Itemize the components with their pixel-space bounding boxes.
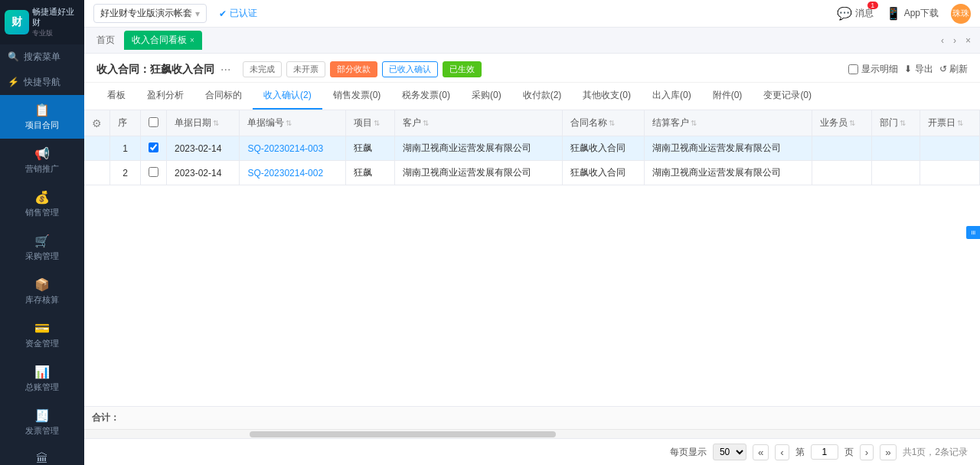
sort-settle-icon[interactable]: ⇅ <box>691 119 697 127</box>
th-salesperson[interactable]: 业务员 ⇅ <box>812 110 872 136</box>
contract-name: 狂飙收入合同 <box>150 63 214 75</box>
tab-next-icon[interactable]: › <box>950 34 959 47</box>
tab-attachments[interactable]: 附件(0) <box>702 83 753 110</box>
sidebar-item-capital[interactable]: 💳 资金管理 <box>0 313 84 357</box>
export-button[interactable]: ⬇ 导出 <box>904 63 933 76</box>
sidebar-item-purchase[interactable]: 🛒 采购管理 <box>0 226 84 270</box>
tab-kanban[interactable]: 看板 <box>96 83 136 110</box>
cell-check[interactable] <box>141 136 167 161</box>
cell-code[interactable]: SQ-20230214-002 <box>240 161 346 185</box>
sidebar-item-search[interactable]: 🔍 搜索菜单 <box>0 44 84 70</box>
tab-close-icon[interactable]: × <box>190 36 194 44</box>
show-detail-checkbox[interactable]: 显示明细 <box>848 63 898 76</box>
sidebar-item-purchase-label: 采购管理 <box>25 251 59 262</box>
settings-icon[interactable]: ⚙ <box>92 117 102 129</box>
scrollbar-thumb[interactable] <box>250 431 556 437</box>
sort-date-icon[interactable]: ⇅ <box>213 119 219 127</box>
horizontal-scrollbar[interactable] <box>84 429 980 438</box>
sort-customer-icon[interactable]: ⇅ <box>423 119 429 127</box>
tab-revenue-confirm[interactable]: 收入确认(2) <box>253 83 322 110</box>
sidebar-item-inventory[interactable]: 📦 库存核算 <box>0 270 84 313</box>
nav-tabs: 看板 盈利分析 合同标的 收入确认(2) 销售发票(0) 税务发票(0) 采购(… <box>84 83 980 110</box>
cell-project: 狂飙 <box>346 161 395 185</box>
status-effective[interactable]: 已生效 <box>443 61 482 77</box>
app-download-button[interactable]: 📱 App下载 <box>886 6 939 21</box>
tab-close-all-icon[interactable]: × <box>962 34 974 47</box>
right-panel-icon[interactable]: ≡ <box>966 226 980 240</box>
sort-salesperson-icon[interactable]: ⇅ <box>849 119 855 127</box>
sidebar-item-general[interactable]: 📊 总账管理 <box>0 357 84 401</box>
tab-purchase[interactable]: 采购(0) <box>461 83 512 110</box>
tab-change-log[interactable]: 变更记录(0) <box>753 83 822 110</box>
tab-warehouse[interactable]: 出入库(0) <box>642 83 702 110</box>
row-checkbox[interactable] <box>149 167 158 177</box>
sidebar-item-marketing[interactable]: 📢 营销推广 <box>0 139 84 182</box>
table-row[interactable]: 2 2023-02-14 SQ-20230214-002 狂飙 湖南卫视商业运营… <box>84 161 980 185</box>
th-contract[interactable]: 合同名称 ⇅ <box>562 110 645 136</box>
th-open-date[interactable]: 开票日 ⇅ <box>920 110 980 136</box>
th-settle-customer[interactable]: 结算客户 ⇅ <box>645 110 812 136</box>
user-menu[interactable]: 珠珠 <box>951 4 971 24</box>
code-link[interactable]: SQ-20230214-003 <box>247 143 323 154</box>
row-checkbox[interactable] <box>149 142 158 152</box>
per-page-select[interactable]: 50 <box>713 444 746 460</box>
tab-other-income[interactable]: 其他收支(0) <box>572 83 642 110</box>
show-detail-input[interactable] <box>848 64 858 74</box>
th-check[interactable] <box>141 110 167 136</box>
cell-code[interactable]: SQ-20230214-003 <box>240 136 346 161</box>
search-label: 搜索菜单 <box>24 51 60 64</box>
status-partial-payment[interactable]: 部分收款 <box>330 61 377 77</box>
refresh-button[interactable]: ↺ 刷新 <box>939 63 968 76</box>
th-department[interactable]: 部门 ⇅ <box>871 110 920 136</box>
sidebar-item-invoice[interactable]: 🧾 发票管理 <box>0 401 84 444</box>
status-not-invoiced[interactable]: 未开票 <box>286 61 325 77</box>
sidebar-item-project[interactable]: 📋 项目合同 <box>0 95 84 139</box>
page-input[interactable] <box>811 444 838 460</box>
th-date[interactable]: 单据日期 ⇅ <box>167 110 240 136</box>
prev-page-button[interactable]: ‹ <box>775 444 789 460</box>
sidebar-item-invoice-label: 发票管理 <box>25 425 59 437</box>
page-title: 收入合同：狂飙收入合同 <box>96 63 214 77</box>
sort-contract-icon[interactable]: ⇅ <box>609 119 615 127</box>
company-selector[interactable]: 好业财专业版演示帐套 ▾ <box>93 4 207 23</box>
th-setting[interactable]: ⚙ <box>84 110 110 136</box>
quick-nav-label: 快捷导航 <box>24 76 60 89</box>
message-button[interactable]: 💬 消息 1 <box>837 6 874 21</box>
th-code[interactable]: 单据编号 ⇅ <box>240 110 346 136</box>
sort-dept-icon[interactable]: ⇅ <box>900 119 906 127</box>
tab-sales-invoice[interactable]: 销售发票(0) <box>322 83 392 110</box>
cell-open-date <box>920 136 980 161</box>
tab-tax-invoice[interactable]: 税务发票(0) <box>391 83 461 110</box>
active-tab[interactable]: 收入合同看板 × <box>124 31 202 50</box>
sidebar-item-sales[interactable]: 💰 销售管理 <box>0 182 84 226</box>
next-page-button[interactable]: › <box>860 444 874 460</box>
home-tab[interactable]: 首页 <box>90 34 121 47</box>
th-project[interactable]: 项目 ⇅ <box>346 110 395 136</box>
status-actions: 未完成 未开票 部分收款 已收入确认 已生效 <box>243 61 482 77</box>
right-panel-toggle[interactable]: ≡ <box>966 226 980 240</box>
invoice-icon: 🧾 <box>34 408 50 423</box>
cell-customer: 湖南卫视商业运营发展有限公司 <box>394 161 562 185</box>
sidebar-item-tax[interactable]: 🏛 税务管理 <box>0 444 84 465</box>
sidebar-item-quick-nav[interactable]: ⚡ 快捷导航 <box>0 70 84 95</box>
tab-profit[interactable]: 盈利分析 <box>136 83 194 110</box>
sort-project-icon[interactable]: ⇅ <box>374 119 380 127</box>
code-link[interactable]: SQ-20230214-002 <box>247 168 323 178</box>
app-edition: 专业版 <box>32 28 80 38</box>
tab-label: 收入合同看板 <box>132 34 187 47</box>
status-revenue-confirmed[interactable]: 已收入确认 <box>382 61 438 77</box>
th-customer[interactable]: 客户 ⇅ <box>394 110 562 136</box>
select-all-checkbox[interactable] <box>149 117 158 127</box>
status-not-complete[interactable]: 未完成 <box>243 61 282 77</box>
last-page-button[interactable]: » <box>880 444 896 460</box>
table-row[interactable]: 1 2023-02-14 SQ-20230214-003 狂飙 湖南卫视商业运营… <box>84 136 980 161</box>
tabbar: 首页 收入合同看板 × ‹ › × <box>84 28 980 54</box>
cell-check[interactable] <box>141 161 167 185</box>
more-actions-button[interactable]: ··· <box>220 63 230 77</box>
sort-code-icon[interactable]: ⇅ <box>286 119 292 127</box>
sort-open-date-icon[interactable]: ⇅ <box>957 119 963 127</box>
tab-payment[interactable]: 收付款(2) <box>512 83 573 110</box>
tab-contract-subject[interactable]: 合同标的 <box>194 83 253 110</box>
tab-prev-icon[interactable]: ‹ <box>938 34 947 47</box>
first-page-button[interactable]: « <box>753 444 769 460</box>
